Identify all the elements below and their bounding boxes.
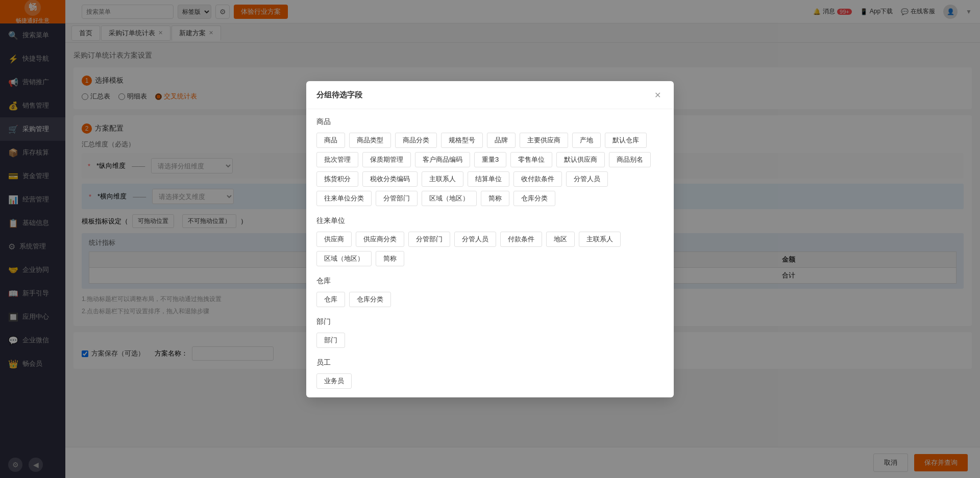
- field-tag-规格型号[interactable]: 规格型号: [441, 133, 483, 148]
- section-title-warehouse: 仓库: [316, 276, 664, 286]
- section-title-partner: 往来单位: [316, 216, 664, 225]
- field-tag-默认供应商[interactable]: 默认供应商: [556, 152, 605, 167]
- field-tag-简称[interactable]: 简称: [481, 191, 509, 206]
- field-tag-分管部门[interactable]: 分管部门: [408, 232, 450, 247]
- field-tag-仓库[interactable]: 仓库: [316, 292, 345, 307]
- field-tag-收付款条件[interactable]: 收付款条件: [513, 171, 562, 187]
- field-tag-分管部门[interactable]: 分管部门: [376, 191, 418, 206]
- field-tag-简称[interactable]: 简称: [376, 251, 404, 266]
- field-section-goods: 商品商品商品类型商品分类规格型号品牌主要供应商产地默认仓库批次管理保质期管理客户…: [316, 117, 664, 206]
- section-title-department: 部门: [316, 317, 664, 326]
- field-tag-默认仓库[interactable]: 默认仓库: [605, 133, 647, 148]
- field-tag-税收分类编码[interactable]: 税收分类编码: [362, 171, 418, 187]
- field-tags-goods: 商品商品类型商品分类规格型号品牌主要供应商产地默认仓库批次管理保质期管理客户商品…: [316, 133, 664, 206]
- field-tag-付款条件[interactable]: 付款条件: [500, 232, 542, 247]
- field-tag-产地[interactable]: 产地: [572, 133, 601, 148]
- field-tag-供应商分类[interactable]: 供应商分类: [356, 232, 404, 247]
- section-title-goods: 商品: [316, 117, 664, 127]
- field-tag-主联系人[interactable]: 主联系人: [579, 232, 621, 247]
- field-section-staff: 员工业务员: [316, 358, 664, 389]
- field-tag-地区[interactable]: 地区: [546, 232, 575, 247]
- field-tag-区域（地区）[interactable]: 区域（地区）: [316, 251, 372, 266]
- field-tag-批次管理[interactable]: 批次管理: [316, 152, 358, 167]
- field-section-department: 部门部门: [316, 317, 664, 348]
- field-tag-仓库分类[interactable]: 仓库分类: [349, 292, 391, 307]
- modal-body: 商品商品商品类型商品分类规格型号品牌主要供应商产地默认仓库批次管理保质期管理客户…: [306, 109, 674, 397]
- field-tag-商品[interactable]: 商品: [316, 133, 345, 148]
- modal-overlay[interactable]: 分组待选字段 ✕ 商品商品商品类型商品分类规格型号品牌主要供应商产地默认仓库批次…: [0, 0, 980, 478]
- field-tag-区域（地区）[interactable]: 区域（地区）: [422, 191, 477, 206]
- field-tags-warehouse: 仓库仓库分类: [316, 292, 664, 307]
- modal-close-button[interactable]: ✕: [651, 89, 664, 102]
- field-tag-保质期管理[interactable]: 保质期管理: [362, 152, 411, 167]
- field-tags-staff: 业务员: [316, 373, 664, 389]
- field-tags-department: 部门: [316, 333, 664, 348]
- modal: 分组待选字段 ✕ 商品商品商品类型商品分类规格型号品牌主要供应商产地默认仓库批次…: [306, 81, 674, 397]
- field-tag-商品别名[interactable]: 商品别名: [609, 152, 651, 167]
- field-tag-部门[interactable]: 部门: [316, 333, 345, 348]
- field-tag-往来单位分类[interactable]: 往来单位分类: [316, 191, 372, 206]
- field-tag-商品类型[interactable]: 商品类型: [349, 133, 391, 148]
- field-tag-主联系人[interactable]: 主联系人: [422, 171, 463, 187]
- field-section-partner: 往来单位供应商供应商分类分管部门分管人员付款条件地区主联系人区域（地区）简称: [316, 216, 664, 266]
- field-tag-分管人员[interactable]: 分管人员: [566, 171, 608, 187]
- field-tag-重量3[interactable]: 重量3: [474, 152, 506, 167]
- field-tags-partner: 供应商供应商分类分管部门分管人员付款条件地区主联系人区域（地区）简称: [316, 232, 664, 266]
- field-section-warehouse: 仓库仓库仓库分类: [316, 276, 664, 307]
- field-tag-拣货积分[interactable]: 拣货积分: [316, 171, 358, 187]
- modal-header: 分组待选字段 ✕: [306, 81, 674, 109]
- modal-title: 分组待选字段: [316, 90, 362, 100]
- field-tag-仓库分类[interactable]: 仓库分类: [513, 191, 555, 206]
- field-tag-供应商[interactable]: 供应商: [316, 232, 352, 247]
- field-tag-商品分类[interactable]: 商品分类: [395, 133, 437, 148]
- field-tag-结算单位[interactable]: 结算单位: [468, 171, 509, 187]
- field-tag-品牌[interactable]: 品牌: [487, 133, 516, 148]
- field-tag-主要供应商[interactable]: 主要供应商: [520, 133, 568, 148]
- field-tag-零售单位[interactable]: 零售单位: [510, 152, 552, 167]
- field-tag-业务员[interactable]: 业务员: [316, 373, 352, 389]
- field-tag-分管人员[interactable]: 分管人员: [454, 232, 496, 247]
- section-title-staff: 员工: [316, 358, 664, 367]
- field-tag-客户商品编码[interactable]: 客户商品编码: [415, 152, 470, 167]
